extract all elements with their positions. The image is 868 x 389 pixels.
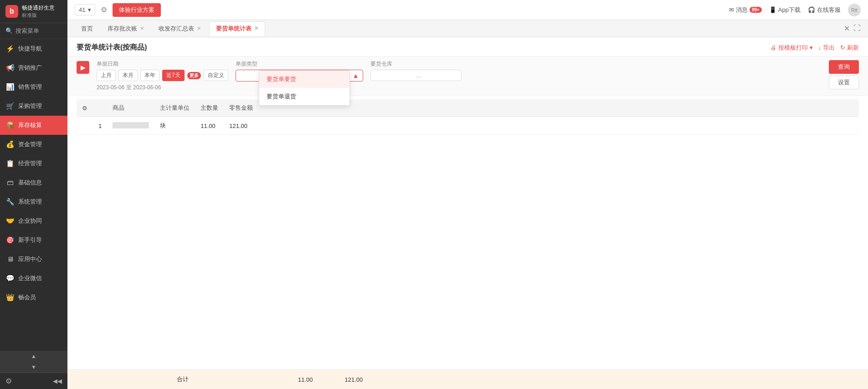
window-controls: ✕ ⛶ [844, 24, 861, 33]
sidebar-item-label: 库存核算 [18, 121, 42, 129]
page-header: 要货单统计表(按商品) 🖨 按模板打印 ▾ ↓ 导出 ↻ 刷新 [67, 37, 868, 56]
app-download-label: App下载 [778, 6, 801, 14]
warehouse-filter-group: 要货仓库 … [370, 60, 462, 81]
table-head: ⚙ 商品 主计量单位 主数量 零售金额 [77, 99, 859, 117]
wechat-icon: 💬 [5, 274, 15, 283]
query-btn[interactable]: 查询 [829, 60, 859, 74]
tab-home[interactable]: 首页 [75, 22, 99, 36]
print-template-btn[interactable]: 🖨 按模板打印 ▾ [770, 44, 813, 52]
sidebar-scroll-down[interactable]: ▼ [0, 362, 67, 373]
setting-btn[interactable]: 设置 [829, 76, 859, 89]
sidebar-item-label: 快捷导航 [18, 45, 42, 53]
tab-close-order-stats[interactable]: ✕ [254, 26, 258, 31]
gear-column-header[interactable]: ⚙ [77, 99, 93, 117]
selector-chevron-icon: ▾ [88, 6, 91, 13]
tab-receipt-summary[interactable]: 收发存汇总表✕ [152, 22, 207, 36]
app-download-item[interactable]: 📱 App下载 [769, 6, 801, 14]
amount-column-header: 零售金额 [224, 99, 258, 117]
search-menu-label: 搜索菜单 [15, 27, 39, 35]
sidebar-item-quick-nav[interactable]: ⚡ 快捷导航 [0, 39, 67, 58]
date-btn-this-month[interactable]: 本月 [118, 70, 138, 81]
sidebar-item-finance[interactable]: 💰 资金管理 [0, 135, 67, 154]
export-btn[interactable]: ↓ 导出 [818, 44, 835, 52]
date-btn-7days[interactable]: 近7天 [162, 70, 185, 81]
page-actions: 🖨 按模板打印 ▾ ↓ 导出 ↻ 刷新 [770, 44, 859, 52]
sidebar-item-marketing[interactable]: 📢 营销推广 [0, 58, 67, 77]
sidebar-item-system[interactable]: 🔧 系统管理 [0, 192, 67, 211]
guide-icon: 🎯 [5, 235, 15, 245]
sidebar-item-operation[interactable]: 📋 经营管理 [0, 154, 67, 173]
tab-close-batch-account[interactable]: ✕ [140, 26, 144, 31]
date-btn-last-month[interactable]: 上月 [97, 70, 116, 81]
basic-icon: 🗃 [5, 178, 15, 187]
trial-btn[interactable]: 体验行业方案 [113, 3, 161, 17]
sidebar-item-label: 企业微信 [18, 274, 42, 282]
topbar-right: ✉ 消息 99+ 📱 App下载 🎧 在线客服 Rit [729, 4, 861, 16]
data-table: ⚙ 商品 主计量单位 主数量 零售金额 1 [77, 99, 859, 135]
type-filter-label: 单据类型 [236, 60, 363, 68]
tab-label-batch-account: 库存批次账 [108, 25, 137, 33]
expand-tab-btn[interactable]: ⛶ [853, 24, 861, 33]
topbar-gear-icon[interactable]: ⚙ [101, 5, 107, 14]
tab-label-order-stats: 要货单统计表 [216, 25, 252, 33]
chevron-down-icon: ▾ [810, 44, 813, 51]
sidebar-item-label: 营销推广 [18, 64, 42, 72]
tab-order-stats[interactable]: 要货单统计表✕ [209, 21, 265, 36]
warehouse-more-icon[interactable]: … [416, 72, 457, 79]
footer-label: 合计 [177, 375, 189, 384]
date-range-text: 2023-05-06 至 2023-06-06 [97, 84, 228, 92]
search-menu[interactable]: 🔍 搜索菜单 [0, 23, 67, 39]
main-area: 41 ▾ ⚙ 体验行业方案 ✉ 消息 99+ 📱 App下载 🎧 在线客服 Ri… [67, 0, 868, 389]
filter-actions: 查询 设置 [829, 60, 859, 89]
tab-label-home: 首页 [81, 25, 93, 33]
sidebar-item-enterprise[interactable]: 🤝 企业协同 [0, 211, 67, 230]
sidebar-item-member[interactable]: 👑 畅会员 [0, 288, 67, 307]
messages-badge: 99+ [750, 7, 762, 13]
goods-column-header: 商品 [107, 99, 154, 117]
type-chevron-icon[interactable]: ▲ [353, 72, 359, 79]
collapse-icon[interactable]: ◀◀ [53, 378, 62, 384]
row-unit-cell: 块 [154, 117, 195, 135]
sidebar-item-app-center[interactable]: 🖥 应用中心 [0, 250, 67, 269]
date-filter-row: 上月 本月 本年 近7天 更多 自定义 [97, 70, 228, 81]
marketing-icon: 📢 [5, 63, 15, 72]
user-avatar[interactable]: Rit [848, 4, 861, 16]
page-title: 要货单统计表(按商品) [77, 43, 147, 52]
online-service-label: 在线客服 [817, 6, 841, 14]
sidebar-item-label: 畅会员 [18, 293, 36, 302]
date-btn-this-year[interactable]: 本年 [140, 70, 159, 81]
warehouse-filter-input[interactable]: … [370, 70, 462, 81]
sidebar-scroll-up[interactable]: ▲ [0, 351, 67, 362]
messages-item[interactable]: ✉ 消息 99+ [729, 6, 762, 14]
sidebar-item-guide[interactable]: 🎯 新手引导 [0, 230, 67, 250]
refresh-btn[interactable]: ↻ 刷新 [840, 44, 859, 52]
close-tab-btn[interactable]: ✕ [844, 24, 850, 33]
table-body: 1 块 11.00 121.00 [77, 117, 859, 135]
sidebar-item-label: 新手引导 [18, 236, 42, 244]
index-column-header [93, 99, 107, 117]
export-icon: ↓ [818, 44, 822, 51]
sidebar-item-wechat[interactable]: 💬 企业微信 [0, 269, 67, 288]
table-header-row: ⚙ 商品 主计量单位 主数量 零售金额 [77, 99, 859, 117]
tab-close-receipt-summary[interactable]: ✕ [197, 26, 201, 31]
app-name-text: 畅捷通好生意 标准版 [22, 5, 55, 18]
dropdown-item-order-goods[interactable]: 要货单要货 [259, 71, 349, 88]
filter-row: ▶ 单据日期 上月 本月 本年 近7天 更多 自定义 2023-05-06 至 … [67, 56, 868, 96]
sidebar-item-inventory[interactable]: 📦 库存核算 [0, 116, 67, 135]
sidebar-item-sales[interactable]: 📊 销售管理 [0, 77, 67, 97]
settings-icon[interactable]: ⚙ [5, 377, 12, 385]
sidebar-item-label: 应用中心 [18, 255, 42, 263]
tab-batch-account[interactable]: 库存批次账✕ [101, 22, 150, 36]
filter-expand-btn[interactable]: ▶ [77, 61, 89, 74]
company-selector[interactable]: 41 ▾ [75, 4, 95, 15]
dropdown-item-order-return[interactable]: 要货单退货 [259, 88, 349, 105]
online-service-item[interactable]: 🎧 在线客服 [808, 6, 841, 14]
finance-icon: 💰 [5, 140, 15, 149]
system-icon: 🔧 [5, 197, 15, 206]
date-more-badge: 更多 [187, 72, 201, 79]
footer-amount: 121.00 [345, 376, 363, 383]
app-logo: b 畅捷通好生意 标准版 [0, 0, 67, 23]
sidebar-item-purchase[interactable]: 🛒 采购管理 [0, 97, 67, 116]
sidebar-item-basic[interactable]: 🗃 基础信息 [0, 173, 67, 192]
date-btn-custom[interactable]: 自定义 [204, 70, 228, 81]
